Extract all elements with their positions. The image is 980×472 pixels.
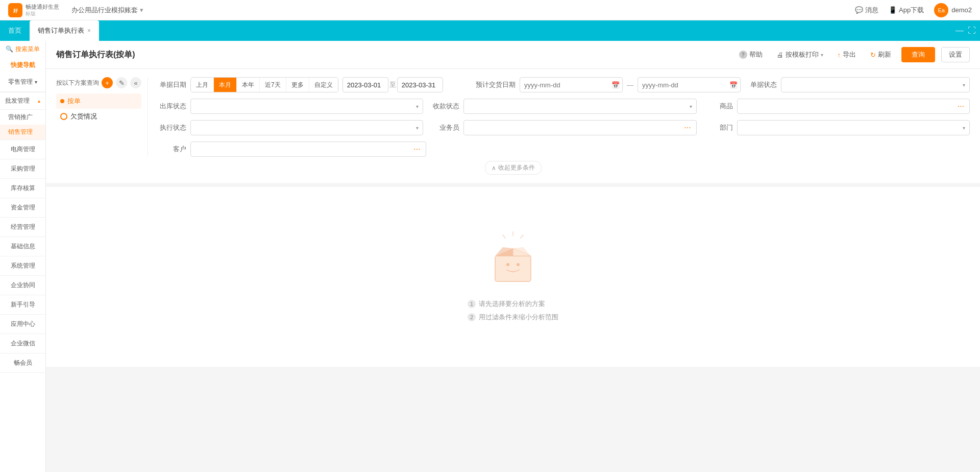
collapse-chevron-icon: ∧: [492, 164, 496, 172]
user-profile[interactable]: Ea demo2: [934, 3, 972, 17]
date-quick-lastmonth[interactable]: 上月: [191, 78, 214, 92]
filter-panel: 按以下方案查询 + ✎ «: [46, 69, 980, 183]
expected-date-to-input[interactable]: [638, 77, 741, 92]
settings-button[interactable]: 设置: [941, 47, 970, 62]
sidebar-item-basic-info[interactable]: 基础信息: [0, 237, 45, 256]
sidebar-search-label: 搜索菜单: [15, 45, 40, 53]
sidebar-item-ecommerce[interactable]: 电商管理: [0, 140, 45, 159]
refresh-button[interactable]: ↻ 刷新: [866, 48, 895, 61]
tab-expand-icon[interactable]: ⛶: [968, 26, 976, 35]
sidebar-group-wholesale: 批发管理 ▴ 营销推广 销售管理: [0, 92, 45, 140]
sidebar-item-purchase[interactable]: 采购管理: [0, 159, 45, 179]
filter-left-icons: + ✎ «: [102, 77, 141, 88]
sidebar-item-member[interactable]: 畅会员: [0, 353, 45, 373]
export-button[interactable]: ↑ 导出: [834, 48, 861, 61]
add-scheme-button[interactable]: +: [102, 77, 113, 88]
collapse-button[interactable]: ∧ 收起更多条件: [485, 161, 542, 175]
sidebar-item-app-center[interactable]: 应用中心: [0, 315, 45, 334]
collapse-scheme-button[interactable]: «: [130, 77, 141, 88]
collapse-icon: «: [134, 79, 137, 87]
page-title: 销售订单执行表(按单): [56, 50, 135, 60]
receipt-status-select[interactable]: ▾: [463, 99, 696, 114]
scheme-按单[interactable]: 按单: [56, 93, 141, 109]
sidebar-item-finance[interactable]: 资金管理: [0, 198, 45, 218]
sidebar-item-wholesale[interactable]: 批发管理 ▴: [0, 92, 45, 110]
message-label: 消息: [865, 6, 878, 15]
header-right: 💬 消息 📱 App下载 Ea demo2: [855, 3, 972, 17]
sidebar-item-enterprise-wechat[interactable]: 企业微信: [0, 334, 45, 353]
app-download-action[interactable]: 📱 App下载: [889, 6, 924, 15]
sidebar-search[interactable]: 🔍 搜索菜单: [0, 41, 45, 58]
tab-bar-actions: — ⛶: [955, 26, 980, 35]
out-status-caret: ▾: [416, 104, 419, 109]
scheme-欠货情况[interactable]: 欠货情况: [56, 109, 141, 124]
scheme-label: 按单: [67, 97, 81, 106]
product-label: 商品: [705, 102, 733, 111]
sidebar-item-operations[interactable]: 经营管理: [0, 218, 45, 237]
hint-text-1: 请先选择要分析的方案: [479, 299, 545, 309]
date-quick-more[interactable]: 更多: [286, 78, 309, 92]
hint-text-2: 用过滤条件来缩小分析范围: [479, 313, 558, 322]
expected-date-from-input[interactable]: [520, 77, 623, 92]
sidebar-item-inventory[interactable]: 库存核算: [0, 179, 45, 198]
order-status-label: 单据状态: [749, 80, 777, 89]
exec-status-select[interactable]: ▾: [190, 120, 423, 135]
breadcrumb-dropdown-icon[interactable]: ▾: [140, 6, 143, 14]
date-from-input[interactable]: [342, 77, 388, 92]
sidebar-item-marketing[interactable]: 营销推广: [0, 110, 45, 125]
scheme-active-indicator: [60, 99, 64, 103]
logo-area: 好 畅捷通好生意 标版: [8, 3, 59, 17]
query-button[interactable]: 查询: [901, 47, 935, 62]
out-status-select[interactable]: ▾: [190, 99, 423, 114]
help-button[interactable]: ? 帮助: [735, 48, 767, 61]
customer-more-button[interactable]: ···: [412, 145, 421, 154]
date-to-input[interactable]: [397, 77, 443, 92]
date-label: 单据日期: [158, 80, 186, 89]
salesperson-label: 业务员: [431, 123, 459, 132]
date-quick-thisyear[interactable]: 本年: [237, 78, 260, 92]
sidebar-item-system[interactable]: 系统管理: [0, 256, 45, 276]
tab-bar: 首页 销售订单执行表 × — ⛶: [0, 20, 980, 41]
hint-num-1: 1: [468, 300, 476, 308]
hint-num-2: 2: [468, 313, 476, 321]
product-more-button[interactable]: ···: [957, 102, 965, 111]
empty-hint-1: 1 请先选择要分析的方案: [468, 299, 558, 309]
salesperson-more-button[interactable]: ···: [683, 123, 692, 132]
sidebar-item-retail[interactable]: 零售管理 ▾: [0, 73, 45, 92]
print-icon: 🖨: [777, 51, 783, 59]
svg-line-8: [521, 235, 523, 238]
top-header: 好 畅捷通好生意 标版 办公用品行业模拟账套 ▾ 💬 消息 📱 App下载 Ea…: [0, 0, 980, 20]
tab-minimize-icon[interactable]: —: [955, 26, 964, 35]
date-quick-select: 上月 本月 本年 近7天 更多 自定义: [190, 77, 338, 92]
message-action[interactable]: 💬 消息: [855, 6, 878, 15]
date-quick-7days[interactable]: 近7天: [260, 78, 286, 92]
filter-scheme-header: 按以下方案查询 + ✎ «: [56, 77, 141, 88]
export-label: 导出: [843, 50, 856, 59]
dept-select[interactable]: ▾: [737, 120, 970, 135]
svg-text:好: 好: [13, 8, 18, 13]
sidebar-item-enterprise[interactable]: 企业协同: [0, 276, 45, 295]
tab-sales-order[interactable]: 销售订单执行表 ×: [30, 20, 99, 41]
logo-text: 畅捷通好生意 标版: [26, 3, 59, 17]
tab-home[interactable]: 首页: [0, 20, 30, 41]
dept-caret: ▾: [963, 125, 965, 131]
expected-date-from-wrap: 📅: [520, 77, 623, 92]
refresh-label: 刷新: [878, 50, 891, 59]
order-status-select[interactable]: ▾: [781, 77, 970, 92]
sidebar-item-sales-mgmt[interactable]: 销售管理: [0, 125, 45, 139]
sidebar: 🔍 搜索菜单 快捷导航 零售管理 ▾ 批发管理 ▴ 营销推广 销售管理: [0, 41, 46, 472]
tab-close-icon[interactable]: ×: [87, 27, 91, 34]
out-status-label: 出库状态: [158, 102, 186, 111]
help-icon: ?: [739, 51, 747, 59]
dept-label: 部门: [705, 123, 733, 132]
main-layout: 🔍 搜索菜单 快捷导航 零售管理 ▾ 批发管理 ▴ 营销推广 销售管理: [0, 41, 980, 472]
sidebar-item-newbie[interactable]: 新手引导: [0, 295, 45, 315]
date-quick-custom[interactable]: 自定义: [309, 78, 338, 92]
svg-point-10: [506, 263, 509, 266]
edit-scheme-button[interactable]: ✎: [116, 77, 127, 88]
print-button[interactable]: 🖨 按模板打印 ▾: [773, 48, 827, 61]
page-header: 销售订单执行表(按单) ? 帮助 🖨 按模板打印 ▾ ↑ 导出 ↻ 刷新: [46, 41, 980, 69]
print-label: 按模板打印: [786, 50, 819, 59]
date-quick-thismonth[interactable]: 本月: [214, 78, 237, 92]
message-icon: 💬: [855, 6, 863, 14]
